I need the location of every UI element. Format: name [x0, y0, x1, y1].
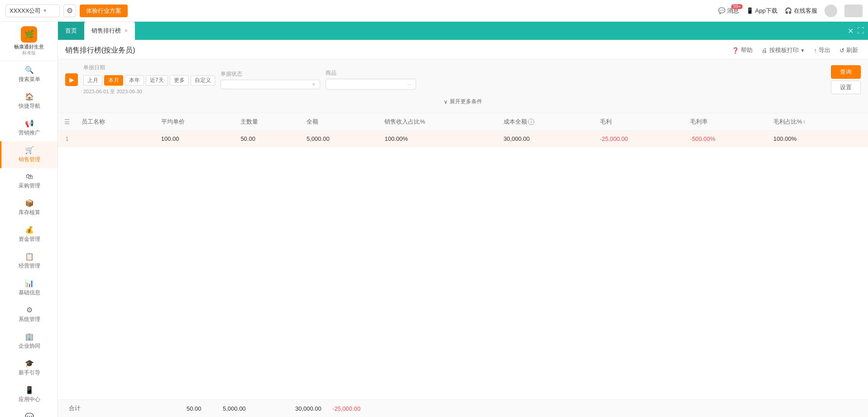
cell-rank: 1 — [58, 131, 76, 147]
col-gross: 毛利 — [595, 113, 685, 131]
date-group: 上月 本月 本年 近7天 更多 自定义 2023-06-01 至 2023-06… — [83, 75, 215, 95]
logo-icon: 🌿 — [21, 26, 37, 43]
close-tab-icon[interactable]: ✕ — [848, 27, 854, 35]
cell-cost: 30,000.00 — [498, 131, 595, 147]
sidebar-item-inventory[interactable]: 📦 库存核算 — [0, 194, 58, 221]
app-download-button[interactable]: 📱 App下载 — [746, 7, 777, 15]
page-header: 销售排行榜(按业务员) ❓ 帮助 🖨 按模板打印 ▼ ↑ 导出 — [58, 40, 868, 59]
company-name: XXXXX公司 — [10, 7, 41, 15]
goods-more-icon: ··· — [408, 81, 412, 87]
tab-sales-ranking[interactable]: 销售排行榜 × — [84, 22, 135, 40]
sidebar-item-marketing[interactable]: 📢 营销推广 — [0, 115, 58, 141]
top-bar: XXXXX公司 ▼ ⚙ 体验行业方案 💬 消息 99+ 📱 App下载 🎧 在线… — [0, 0, 868, 22]
date-range-display: 2023-06-01 至 2023-06-30 — [83, 88, 215, 95]
status-chevron-icon: ▼ — [312, 82, 316, 87]
logo-text: 畅康通好生意 — [14, 43, 44, 50]
sidebar-item-sales[interactable]: 🛒 销售管理 — [0, 141, 58, 168]
query-button[interactable]: 查询 — [831, 65, 861, 79]
footer-label: 合计 — [63, 404, 109, 412]
date-btn-7days[interactable]: 近7天 — [146, 75, 168, 86]
clipboard-icon: 📋 — [25, 252, 34, 261]
date-btn-last-month[interactable]: 上月 — [83, 75, 102, 86]
sidebar-item-label: 应用中心 — [19, 396, 40, 403]
goods-select[interactable]: ··· — [326, 79, 416, 90]
column-settings-icon[interactable]: ☰ — [64, 118, 70, 125]
sidebar-item-label: 基础信息 — [19, 289, 40, 297]
message-icon: 💬 — [718, 7, 725, 14]
status-select[interactable]: ▼ — [221, 80, 320, 89]
col-cost: 成本全额i — [498, 113, 595, 131]
table-row: 1 100.00 50.00 5,000.00 100.00% 30,000.0… — [58, 131, 868, 147]
main-layout: 🌿 畅康通好生意 标准版 🔍 搜索菜单 🏠 快捷导航 📢 营销推广 🛒 销售管理… — [0, 22, 868, 417]
date-btn-this-month[interactable]: 本月 — [104, 75, 123, 86]
sidebar-item-app[interactable]: 📱 应用中心 — [0, 381, 58, 408]
tab-right-actions: ✕ ⛶ — [848, 27, 868, 35]
service-button[interactable]: 🎧 在线客服 — [785, 7, 817, 15]
sidebar-item-purchase[interactable]: 🛍 采购管理 — [0, 168, 58, 194]
sidebar-item-corp[interactable]: 🏢 企业协同 — [0, 328, 58, 355]
tab-home[interactable]: 首页 — [58, 22, 84, 40]
home-icon: 🏠 — [25, 92, 34, 101]
sidebar-item-label: 快捷导航 — [19, 102, 40, 110]
sidebar-item-operation[interactable]: 📋 经营管理 — [0, 248, 58, 274]
date-btn-custom[interactable]: 自定义 — [191, 75, 215, 86]
box-icon: 📦 — [25, 199, 34, 207]
company-select[interactable]: XXXXX公司 ▼ — [5, 5, 60, 17]
app-label: App下载 — [755, 7, 777, 15]
date-filter-label: 单据日期 — [83, 64, 105, 72]
cost-info-icon[interactable]: i — [528, 119, 534, 125]
expand-more-label: 展开更多条件 — [450, 98, 482, 105]
top-bar-left: XXXXX公司 ▼ ⚙ 体验行业方案 — [5, 5, 128, 17]
tab-sales-ranking-label: 销售排行榜 — [91, 27, 121, 35]
sidebar-item-finance[interactable]: 💰 资金管理 — [0, 221, 58, 248]
message-button[interactable]: 💬 消息 99+ — [718, 7, 739, 15]
col-gross-rate: 毛利率 — [685, 113, 768, 131]
user-name[interactable] — [844, 5, 863, 17]
chart-icon: 📊 — [25, 279, 34, 288]
refresh-button[interactable]: ↺ 刷新 — [837, 45, 861, 55]
service-label: 在线客服 — [794, 7, 817, 15]
col-qty: 主数量 — [235, 113, 301, 131]
expand-tab-icon[interactable]: ⛶ — [857, 27, 864, 35]
sidebar-item-guide[interactable]: 🎓 新手引导 — [0, 355, 58, 381]
trial-button[interactable]: 体验行业方案 — [80, 5, 128, 17]
export-button[interactable]: ↑ 导出 — [811, 45, 834, 55]
cell-gross-rate: -500.00% — [685, 131, 768, 147]
col-avg-price: 平均单价 — [156, 113, 235, 131]
filter-row: ▶ 单据日期 上月 本月 本年 近7天 更多 自定义 — [65, 64, 861, 95]
export-icon: ↑ — [814, 47, 817, 54]
sidebar-item-wechat[interactable]: 💬 企业微信 — [0, 408, 58, 417]
table-body: 1 100.00 50.00 5,000.00 100.00% 30,000.0… — [58, 131, 868, 147]
date-filter-group: 单据日期 上月 本月 本年 近7天 更多 自定义 2023-06-01 至 20… — [83, 64, 215, 95]
col-name: 员工名称 — [76, 113, 156, 131]
money-icon: 💰 — [25, 225, 34, 234]
settings-icon[interactable]: ⚙ — [63, 5, 76, 17]
setting-button[interactable]: 设置 — [831, 81, 861, 94]
avatar[interactable] — [825, 5, 837, 17]
sidebar-item-quick[interactable]: 🏠 快捷导航 — [0, 88, 58, 115]
cell-avg-price: 100.00 — [156, 131, 235, 147]
sort-icon[interactable]: ⬍ — [802, 120, 806, 125]
filter-toggle-button[interactable]: ▶ — [65, 73, 78, 86]
sidebar-item-search[interactable]: 🔍 搜索菜单 — [0, 61, 58, 88]
print-button[interactable]: 🖨 按模板打印 ▼ — [759, 45, 808, 55]
mobile-icon: 📱 — [25, 386, 34, 394]
help-button[interactable]: ❓ 帮助 — [729, 45, 755, 55]
cart-icon: 🛒 — [25, 146, 34, 154]
sidebar-item-basic[interactable]: 📊 基础信息 — [0, 274, 58, 301]
date-btn-more[interactable]: 更多 — [170, 75, 189, 86]
footer-gross: -25,000.00 — [327, 405, 366, 412]
tab-bar: 首页 销售排行榜 × ✕ ⛶ — [58, 22, 868, 40]
sidebar-item-system[interactable]: ⚙ 系统管理 — [0, 301, 58, 328]
date-btn-this-year[interactable]: 本年 — [125, 75, 144, 86]
sidebar-item-label: 采购管理 — [19, 182, 40, 190]
search-icon: 🔍 — [25, 66, 34, 74]
megaphone-icon: 📢 — [25, 119, 34, 128]
logo-sub: 标准版 — [22, 50, 36, 56]
refresh-label: 刷新 — [846, 46, 858, 54]
goods-filter-label: 商品 — [326, 69, 416, 77]
sidebar: 🌿 畅康通好生意 标准版 🔍 搜索菜单 🏠 快捷导航 📢 营销推广 🛒 销售管理… — [0, 22, 58, 417]
expand-more-button[interactable]: ∨ 展开更多条件 — [65, 95, 861, 108]
tab-close-icon[interactable]: × — [125, 28, 128, 34]
status-filter-item: 单据状态 ▼ — [221, 70, 320, 89]
